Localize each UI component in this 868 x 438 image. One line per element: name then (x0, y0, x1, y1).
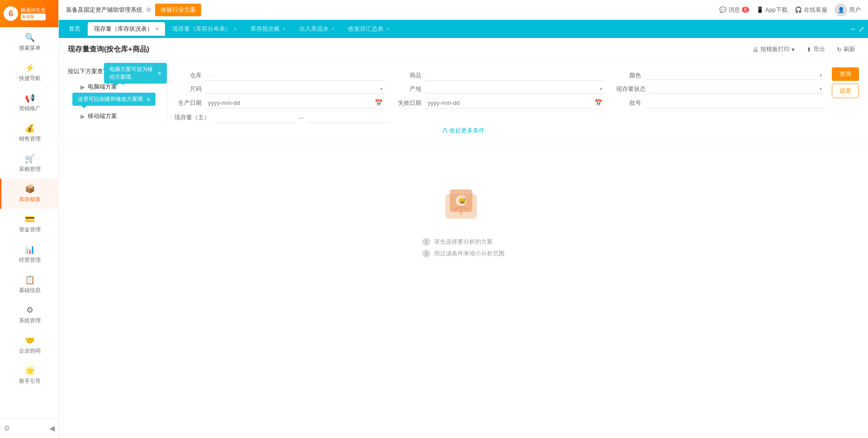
sidebar-item-purchase[interactable]: 🛒 采购管理 (0, 148, 58, 179)
message-btn[interactable]: 💬 消息 8 (719, 6, 749, 14)
sidebar-item-basic[interactable]: 📋 基础信息 (0, 269, 58, 300)
color-select[interactable]: ▾ (645, 71, 825, 80)
purchase-nav-label: 采购管理 (19, 165, 41, 173)
tab-close-batch-ledger[interactable]: × (283, 26, 286, 32)
tab-batch-ledger[interactable]: 库存批次账 × (244, 22, 292, 36)
company-nav-label: 企业协同 (19, 347, 41, 355)
settings-icon[interactable]: ⚙ (4, 424, 10, 433)
filter-row-warehouse: 仓库 ··· (175, 70, 385, 81)
system-nav-label: 系统管理 (19, 317, 41, 325)
logo-text-block: 畅通好生意 标准版 (21, 7, 46, 20)
filter-row-batch: 批号 (614, 97, 825, 108)
mobile-scheme-item[interactable]: ▶ 移动端方案 (77, 110, 162, 122)
origin-select[interactable]: ▾ (425, 85, 605, 94)
sidebar-bottom: ⚙ ◀ (0, 418, 58, 438)
product-dots: ··· (428, 72, 433, 79)
tab-minimize-icon[interactable]: – (851, 25, 855, 33)
sidebar-item-operations[interactable]: 📊 经营管理 (0, 239, 58, 269)
color-label: 颜色 (614, 71, 641, 80)
reset-btn[interactable]: 设置 (832, 84, 859, 98)
marketing-nav-icon: 📢 (25, 93, 35, 103)
online-support-btn[interactable]: 🎧 在线客服 (795, 6, 827, 14)
tooltip1-text: 电脑方案可设为移动方案哦 (109, 66, 154, 81)
collapse-sidebar-icon[interactable]: ◀ (49, 424, 55, 433)
size-select[interactable]: ▾ (205, 85, 385, 94)
tab-close-collect-summary[interactable]: × (386, 26, 389, 32)
prod-date-field[interactable]: 📅 (205, 97, 385, 108)
tab-close-inventory-dist[interactable]: × (234, 26, 237, 32)
range-separator: — (298, 114, 304, 121)
tooltip-scheme-mobile: 电脑方案可设为移动方案哦 × (104, 63, 167, 84)
stock-status-label: 现存量状态 (614, 85, 646, 93)
message-icon: 💬 (719, 6, 726, 13)
headset-icon: 🎧 (795, 6, 802, 13)
sidebar-item-finance[interactable]: 💳 资金管理 (0, 209, 58, 239)
trial-btn[interactable]: 体验行业方案 (155, 4, 201, 16)
collect-summary-tab-label: 收发存汇总表 (348, 25, 383, 33)
filter-row-stock-status: 现存量状态 ▾ (614, 85, 825, 94)
sidebar-item-search[interactable]: 🔍 搜索菜单 (0, 27, 58, 57)
tab-inout-flow[interactable]: 出入库流水 × (293, 22, 341, 36)
filter-row-product: 商品 ··· (394, 70, 605, 81)
warehouse-select[interactable]: ··· (205, 70, 385, 81)
tooltip1-close[interactable]: × (158, 70, 161, 77)
expiry-date-input[interactable] (428, 99, 593, 106)
main-content: 装备及固定资产辅助管理系统 ⚙ 体验行业方案 💬 消息 8 📱 App下载 🎧 … (59, 0, 868, 438)
sidebar-item-inventory[interactable]: 📦 库存核算 (0, 179, 58, 209)
tab-inventory-status[interactable]: 现存量（库存状况表） × (88, 22, 165, 36)
batch-input[interactable] (645, 98, 825, 108)
content-area: 现存量查询(按仓库+商品) 🖨 按模板打印 ▾ ⬆ 导出 ↻ 刷新 (59, 38, 868, 438)
product-select[interactable]: ··· (425, 70, 605, 81)
query-btn[interactable]: 查询 (832, 67, 859, 81)
inventory-nav-label: 库存核算 (19, 196, 41, 203)
sidebar-item-company[interactable]: 🤝 企业协同 (0, 330, 58, 360)
sidebar-item-marketing[interactable]: 📢 营销推广 (0, 88, 58, 118)
stock-main-to-input[interactable] (308, 112, 389, 123)
user-label: 用户 (849, 6, 861, 14)
refresh-label: 刷新 (844, 45, 855, 53)
stock-status-select[interactable]: ▾ (649, 85, 825, 94)
empty-illustration: 😅 (436, 180, 491, 227)
tooltip2-close[interactable]: × (146, 96, 150, 103)
warehouse-label: 仓库 (175, 71, 202, 80)
svg-text:😅: 😅 (458, 197, 467, 205)
filter-top-row: 按以下方案查询 + ↻ ← 电脑方案可设为移动方案哦 × (68, 66, 859, 123)
prod-date-calendar-icon[interactable]: 📅 (375, 99, 382, 106)
mobile-scheme-label: 移动端方案 (88, 112, 117, 120)
tab-inventory-dist[interactable]: 现存量（库存分布表） × (166, 22, 243, 36)
print-btn[interactable]: 🖨 按模板打印 ▾ (749, 43, 798, 55)
tab-collect-summary[interactable]: 收发存汇总表 × (342, 22, 396, 36)
filter-row-stock-main: 现存量（主） — (175, 112, 389, 123)
tab-actions: – ⤢ (851, 25, 864, 33)
refresh-btn[interactable]: ↻ 刷新 (833, 43, 859, 55)
origin-label: 产地 (394, 85, 421, 93)
filter-left-panel: 按以下方案查询 + ↻ ← 电脑方案可设为移动方案哦 × (68, 66, 167, 122)
stock-main-from-input[interactable] (213, 112, 295, 123)
system-settings-icon[interactable]: ⚙ (146, 6, 151, 13)
sidebar-item-quick[interactable]: ⚡ 快捷导航 (0, 57, 58, 88)
expiry-date-calendar-icon[interactable]: 📅 (594, 99, 602, 106)
tab-close-inventory-status[interactable]: × (156, 26, 159, 32)
inout-flow-tab-label: 出入库流水 (299, 25, 329, 33)
prod-date-label: 生产日期 (175, 99, 202, 107)
app-download-btn[interactable]: 📱 App下载 (756, 6, 788, 14)
tab-maximize-icon[interactable]: ⤢ (859, 25, 864, 33)
prod-date-input[interactable] (208, 99, 373, 106)
expiry-date-field[interactable]: 📅 (425, 97, 605, 108)
empty-step1: 1 请先选择要分析的方案 (422, 238, 505, 246)
collapse-row[interactable]: ⋀ 收起更多条件 (68, 123, 859, 138)
sidebar-item-guide[interactable]: 🌟 新手引导 (0, 360, 58, 391)
filter-grid-row1: 仓库 ··· 商品 ··· 颜色 (175, 70, 825, 81)
tab-close-inout-flow[interactable]: × (331, 26, 335, 32)
system-name: 装备及固定资产辅助管理系统 (66, 6, 142, 14)
user-btn[interactable]: 👤 用户 (835, 4, 861, 16)
inventory-nav-icon: 📦 (25, 184, 35, 194)
company-nav-icon: 🤝 (25, 335, 35, 345)
sidebar-item-sales[interactable]: 💰 销售管理 (0, 118, 58, 148)
export-btn[interactable]: ⬆ 导出 (803, 43, 829, 55)
collapse-label: 收起更多条件 (449, 127, 485, 135)
tooltip-scheme-create: 这里可以创建和修改方案哦 × (72, 93, 156, 106)
tab-home[interactable]: 首页 (62, 22, 87, 36)
sidebar-item-system[interactable]: ⚙ 系统管理 (0, 300, 58, 330)
filter-right-panel: 仓库 ··· 商品 ··· 颜色 (167, 66, 825, 123)
